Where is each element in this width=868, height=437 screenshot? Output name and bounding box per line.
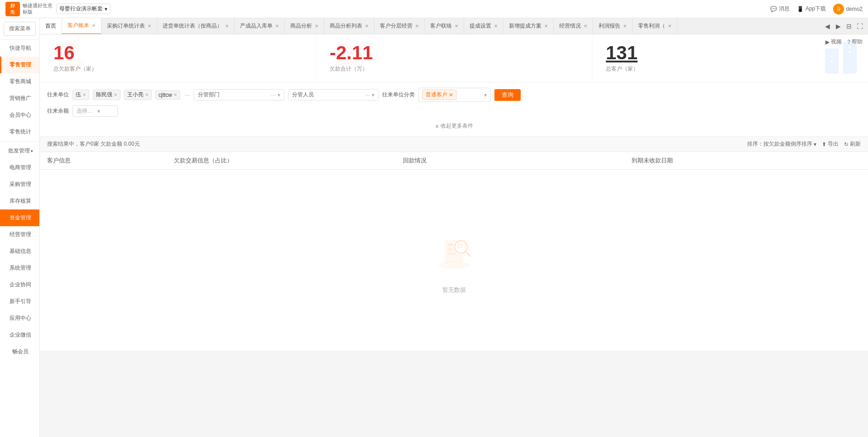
sidebar-item-premium-member[interactable]: 畅会员 [0,343,39,360]
filter-tag-cjttcw[interactable]: cjttcw ✕ [155,90,180,100]
logo-area: 好生 畅捷通好生意 标版 [5,2,53,16]
stat-bg-icon-1 [53,36,90,72]
dept-select[interactable]: 分管部门 ··· ▾ [194,89,284,100]
person-extra-btn[interactable]: ··· [365,92,370,98]
tab-close-purchase-stats-product[interactable]: ✕ [225,24,229,28]
store-selector[interactable]: 母婴行业演示帐套 ▾ [56,4,110,14]
app-download-btn[interactable]: 📱 App下载 [797,5,826,13]
svg-rect-9 [849,46,851,48]
person-select[interactable]: 分管人员 ··· ▾ [288,89,379,100]
sidebar-item-inventory-check[interactable]: 库存核算 [0,193,39,209]
sidebar-item-new-guide[interactable]: 新手引导 [0,293,39,310]
tab-reminder-settings[interactable]: 提成设置 ✕ [464,18,504,34]
chevron-down-icon: ▾ [105,6,107,12]
sidebar-item-app-center[interactable]: 应用中心 [0,310,39,327]
stat-block-overdue-amount: -2.11 欠款合计（万） [316,34,592,82]
tab-close-customer-contact[interactable]: ✕ [455,24,458,28]
query-btn[interactable]: 查询 [494,89,521,101]
tab-customer-account[interactable]: 客户账本 ✕ [62,18,101,34]
tag-close-wangxiaoliang[interactable]: ✕ [145,92,149,97]
sidebar-item-finance-mgmt[interactable]: 资金管理 [0,209,39,226]
tab-product-analysis[interactable]: 商品分析 ✕ [285,18,324,34]
tab-scroll-left[interactable]: ◀ [823,22,832,31]
filter-row-2: 往来余额 选择... ▾ [47,105,861,117]
tab-purchase-order-stats[interactable]: 采购订单统计表 ✕ [101,18,157,34]
tab-close-product-analysis[interactable]: ✕ [315,24,318,28]
collapse-btn[interactable]: ∧ 收起更多条件 [47,120,861,131]
filter-area: 往来单位 伍 ✕ 陈民强 ✕ 王小亮 ✕ cjttcw [40,82,868,137]
sidebar-item-basic-info[interactable]: 基础信息 [0,243,39,260]
total-customers2-label: 总客户（家） [606,65,638,73]
tab-add-achievement-plan[interactable]: 新增提成方案 ✕ [504,18,554,34]
avatar: D [833,4,844,14]
tab-close-product-analysis-list[interactable]: ✕ [365,24,369,28]
category-tag-normal-customer[interactable]: 普通客户 ✕ [422,90,456,100]
sidebar-item-retail-mgmt[interactable]: 零售管理 [0,57,39,73]
balance-chevron-icon: ▾ [97,108,100,114]
tab-menu-btn[interactable]: ⊟ [844,22,854,31]
tab-profit-report[interactable]: 利润报告 ✕ [593,18,633,34]
sidebar-item-member-center[interactable]: 会员中心 [0,107,39,124]
top-bar-right: 💬 消息 📱 App下载 D demo2 [770,4,863,14]
stat-bg-icon-2 [330,36,366,72]
sidebar-item-system-mgmt[interactable]: 系统管理 [0,260,39,276]
tab-close-profit-report[interactable]: ✕ [623,24,627,28]
tab-business-situation[interactable]: 经营情况 ✕ [554,18,593,34]
sidebar-item-retail-stats[interactable]: 零售统计 [0,124,39,140]
message-btn[interactable]: 💬 消息 [770,5,790,13]
user-menu[interactable]: D demo2 [833,4,863,14]
svg-point-4 [346,62,349,64]
col-overdue-date: 到期未收款日期 [632,157,861,165]
export-btn[interactable]: ⬆ 导出 [822,140,839,148]
tab-purchase-stats-product[interactable]: 进货单统计表（按商品） ✕ [157,18,235,34]
sidebar-item-marketing[interactable]: 营销推广 [0,90,39,107]
tab-product-inbound[interactable]: 产成品入库单 ✕ [235,18,285,34]
refresh-btn[interactable]: ↻ 刷新 [844,140,861,148]
balance-select[interactable]: 选择... ▾ [72,105,118,117]
tab-close-purchase-order-stats[interactable]: ✕ [148,24,151,28]
search-menu-btn[interactable]: 搜索菜单 [4,22,36,36]
sidebar-item-ecommerce-mgmt[interactable]: 电商管理 [0,159,39,176]
sidebar: 搜索菜单 快捷导航 零售管理 零售商城 营销推广 会员中心 零售统计 批发管理 … [0,18,40,437]
top-bar: 好生 畅捷通好生意 标版 母婴行业演示帐套 ▾ 💬 消息 📱 App下载 D d… [0,0,868,18]
tab-close-retail-profit[interactable]: ✕ [668,24,671,28]
tab-retail-profit[interactable]: 零售利润（ ✕ [633,18,677,34]
more-tags-btn[interactable]: ··· [185,91,190,99]
logo-icon: 好生 [5,2,20,16]
filter-tag-chenminqiang[interactable]: 陈民强 ✕ [93,90,120,100]
collapse-icon: ∧ [435,123,439,129]
tab-customer-contact[interactable]: 客户联络 ✕ [425,18,464,34]
tab-close-customer-segment[interactable]: ✕ [415,24,419,28]
tab-close-add-achievement-plan[interactable]: ✕ [544,24,548,28]
sidebar-item-wholesale-mgmt[interactable]: 批发管理 ▾ [0,142,39,159]
stat-block-total-customers2: 131 总客户（家） [592,34,868,82]
empty-text: 暂无数据 [442,286,466,294]
sidebar-item-retail-mall[interactable]: 零售商城 [0,73,39,90]
unit-category-label: 往来单位分类 [382,91,415,99]
logo-text: 畅捷通好生意 标版 [23,3,53,14]
tab-customer-segment[interactable]: 客户分层经营 ✕ [374,18,425,34]
tab-close-reminder-settings[interactable]: ✕ [494,24,498,28]
tab-close-product-inbound[interactable]: ✕ [275,24,279,28]
filter-tag-wangxiaoliang[interactable]: 王小亮 ✕ [124,90,152,100]
filter-tag-wu[interactable]: 伍 ✕ [72,90,89,100]
tab-scroll-right[interactable]: ▶ [834,22,843,31]
tag-close-chenminqiang[interactable]: ✕ [114,92,117,97]
col-overdue-transaction: 欠款交易信息（占比） [174,157,403,165]
sidebar-item-quick-nav[interactable]: 快捷导航 [0,40,39,57]
tab-close-business-situation[interactable]: ✕ [584,24,587,28]
dept-extra-btn[interactable]: ··· [271,92,276,98]
tab-fullscreen-btn[interactable]: ⛶ [855,22,864,31]
sort-btn[interactable]: 排序：按欠款金额倒序排序 ▾ [747,140,816,148]
tag-close-cjttcw[interactable]: ✕ [173,92,177,97]
tab-close-customer-account[interactable]: ✕ [92,23,96,28]
tab-product-analysis-list[interactable]: 商品分析列表 ✕ [324,18,374,34]
tab-home[interactable]: 首页 [40,18,62,34]
unit-category-select[interactable]: 普通客户 ✕ ▾ [418,88,491,102]
sidebar-item-enterprise-wechat[interactable]: 企业微信 [0,327,39,343]
sidebar-item-enterprise-collab[interactable]: 企业协同 [0,276,39,293]
sidebar-item-purchase-mgmt[interactable]: 采购管理 [0,176,39,193]
category-tag-close[interactable]: ✕ [449,92,453,98]
tag-close-wu[interactable]: ✕ [82,92,86,97]
sidebar-item-ops-mgmt[interactable]: 经营管理 [0,226,39,243]
